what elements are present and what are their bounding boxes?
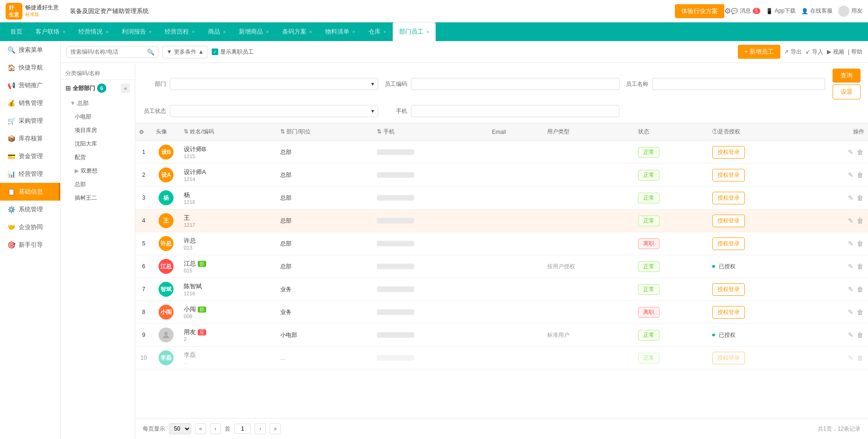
close-icon[interactable]: × — [62, 29, 65, 35]
tab-operation[interactable]: 经营情况× — [72, 22, 115, 41]
delete-icon[interactable]: 🗑 — [857, 240, 863, 247]
dept-item-shuangmoxiang[interactable]: ▶双磨想 — [61, 164, 135, 178]
auth-login-button[interactable]: 授权登录 — [712, 283, 745, 296]
dept-item-peihuo[interactable]: 配货 — [61, 151, 135, 164]
edit-icon[interactable]: ✎ — [848, 194, 854, 202]
sidebar-item-management[interactable]: 📊 经营管理 — [0, 165, 60, 183]
tab-home[interactable]: 首页 — [4, 22, 29, 41]
sidebar-item-inventory[interactable]: 📦 库存核算 — [0, 130, 60, 147]
auth-login-button[interactable]: 授权登录 — [712, 237, 745, 250]
col-settings[interactable]: ⚙ — [135, 123, 152, 141]
empcode-filter-input[interactable] — [411, 78, 619, 90]
dept-item-zongbu2[interactable]: 总部 — [61, 178, 135, 191]
user-area[interactable]: 用友 — [838, 6, 862, 17]
help-button[interactable]: | 帮助 — [848, 48, 862, 56]
edit-icon[interactable]: ✎ — [848, 286, 854, 293]
page-number-input[interactable] — [234, 424, 251, 434]
tab-warehouse[interactable]: 仓库× — [362, 22, 393, 41]
col-name[interactable]: ⇅ 姓名/编码 — [180, 123, 277, 141]
try-industry-button[interactable]: 体验行业方案 — [675, 4, 724, 18]
sidebar-item-marketing[interactable]: 📢 营销推广 — [0, 77, 60, 94]
delete-icon[interactable]: 🗑 — [857, 194, 863, 202]
sidebar-item-search[interactable]: 🔍 搜索菜单 — [0, 41, 60, 59]
tab-employees[interactable]: 部门员工× — [393, 22, 436, 41]
dept-item-xiangmukufang[interactable]: 项目库房 — [61, 124, 135, 137]
delete-icon[interactable]: 🗑 — [857, 217, 863, 224]
auth-login-button[interactable]: 授权登录 — [712, 215, 745, 227]
dept-item-chashuwanger[interactable]: 插树王二 — [61, 191, 135, 205]
auth-login-button[interactable]: 授权登录 — [712, 352, 745, 364]
close-icon[interactable]: × — [223, 29, 226, 35]
auth-login-button[interactable]: 授权登录 — [712, 306, 745, 319]
export-button[interactable]: ↗ 导出 — [784, 48, 802, 56]
auth-login-button[interactable]: 授权登录 — [712, 192, 745, 204]
close-icon[interactable]: × — [266, 29, 269, 35]
edit-icon[interactable]: ✎ — [848, 240, 854, 247]
next-page-button[interactable]: › — [255, 423, 266, 434]
dept-search-input[interactable] — [65, 70, 135, 77]
edit-icon[interactable]: ✎ — [848, 308, 854, 316]
phone-filter-input[interactable] — [411, 105, 619, 117]
import-button[interactable]: ↙ 导入 — [806, 48, 823, 56]
dept-filter-select[interactable]: ▾ — [170, 78, 378, 90]
search-box[interactable]: 🔍 — [66, 46, 159, 58]
close-icon[interactable]: × — [426, 29, 429, 35]
dept-item-shenyangdaku[interactable]: 沈阳大库 — [61, 137, 135, 151]
dept-item-zongbu[interactable]: ▼总部 — [61, 97, 135, 110]
add-employee-button[interactable]: + 新增员工 — [738, 45, 780, 59]
delete-icon[interactable]: 🗑 — [857, 171, 863, 179]
close-icon[interactable]: × — [352, 29, 355, 35]
sidebar-item-system[interactable]: ⚙️ 系统管理 — [0, 201, 60, 218]
query-button[interactable]: 查询 — [833, 69, 861, 83]
online-service-button[interactable]: 👤 在线客服 — [801, 7, 833, 15]
tab-add-goods[interactable]: 新增商品× — [232, 22, 275, 41]
edit-icon[interactable]: ✎ — [848, 171, 854, 179]
tab-history[interactable]: 经营历程× — [158, 22, 201, 41]
sidebar-item-guide[interactable]: 🎯 新手引导 — [0, 236, 60, 254]
delete-icon[interactable]: 🗑 — [857, 308, 863, 316]
tab-profit[interactable]: 利润报告× — [115, 22, 158, 41]
delete-icon[interactable]: 🗑 — [857, 286, 863, 293]
auth-login-button[interactable]: 授权登录 — [712, 169, 745, 181]
edit-icon[interactable]: ✎ — [848, 263, 854, 270]
collapse-dept-button[interactable]: « — [121, 84, 130, 93]
sidebar-item-collab[interactable]: 🤝 企业协同 — [0, 218, 60, 236]
more-filter-button[interactable]: ▼ 更多条件 ▲ — [162, 46, 208, 58]
search-input[interactable] — [70, 49, 145, 55]
status-filter-select[interactable]: ▾ — [170, 105, 378, 117]
delete-icon[interactable]: 🗑 — [857, 331, 863, 339]
close-icon[interactable]: × — [192, 29, 194, 35]
dept-search[interactable]: 🔍 — [61, 67, 135, 80]
edit-icon[interactable]: ✎ — [848, 148, 854, 156]
tab-barcode[interactable]: 条码方案× — [276, 22, 319, 41]
close-icon[interactable]: × — [105, 29, 108, 35]
col-dept[interactable]: ⇅ 部门/职位 — [277, 123, 373, 141]
sidebar-item-nav[interactable]: 🏠 快捷导航 — [0, 59, 60, 77]
sidebar-item-sales[interactable]: 💰 销售管理 — [0, 94, 60, 112]
gear-icon[interactable]: ⚙ — [724, 7, 731, 15]
close-icon[interactable]: × — [383, 29, 386, 35]
auth-login-button[interactable]: 授权登录 — [712, 146, 745, 159]
edit-icon[interactable]: ✎ — [848, 354, 854, 362]
tab-goods[interactable]: 商品× — [201, 22, 232, 41]
tab-customer[interactable]: 客户联络× — [29, 22, 72, 41]
close-icon[interactable]: × — [149, 29, 152, 35]
view-button[interactable]: ▶ 视频 — [827, 48, 844, 56]
app-download-button[interactable]: 📱 App下载 — [766, 7, 796, 15]
col-phone[interactable]: ⇅ 手机 — [373, 123, 488, 141]
prev-page-button[interactable]: ‹ — [210, 423, 221, 434]
dept-all-header[interactable]: ⊞ 全部部门 6 « — [61, 80, 135, 97]
first-page-button[interactable]: « — [195, 423, 206, 434]
edit-icon[interactable]: ✎ — [848, 217, 854, 224]
reset-button[interactable]: 设置 — [833, 84, 861, 99]
delete-icon[interactable]: 🗑 — [857, 354, 863, 362]
close-icon[interactable]: × — [309, 29, 312, 35]
empname-filter-input[interactable] — [652, 78, 825, 90]
sidebar-item-basic[interactable]: 📋 基础信息 — [0, 183, 60, 201]
last-page-button[interactable]: » — [270, 423, 281, 434]
delete-icon[interactable]: 🗑 — [857, 263, 863, 270]
edit-icon[interactable]: ✎ — [848, 331, 854, 339]
show-inactive-toggle[interactable]: ✓ 显示离职员工 — [212, 48, 254, 56]
sidebar-item-finance[interactable]: 💳 资金管理 — [0, 147, 60, 165]
dept-item-xiaodibu[interactable]: 小电部 — [61, 110, 135, 124]
